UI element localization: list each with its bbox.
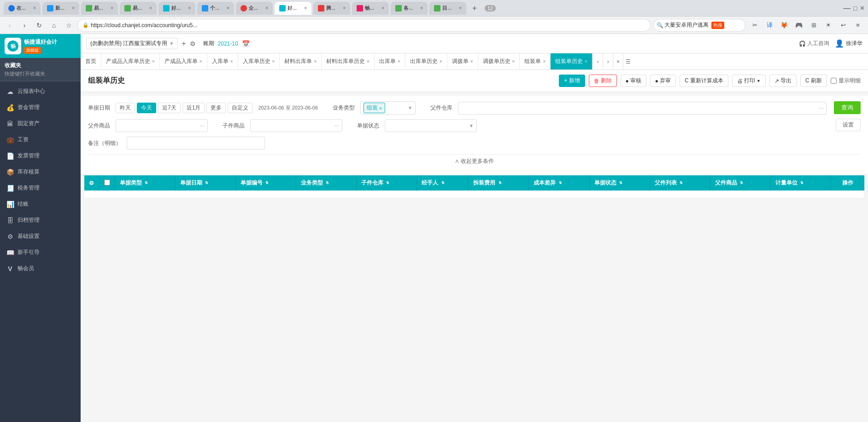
select-all-checkbox[interactable] (104, 179, 110, 185)
favorites-subtitle[interactable]: 快捷键打开收藏夹 (5, 70, 76, 77)
back-button[interactable]: ‹ (4, 19, 16, 31)
calendar-icon[interactable]: 📅 (242, 40, 250, 47)
refresh-browser-button[interactable]: ↻ (33, 19, 45, 31)
help-button[interactable]: 🎧 人工咨询 (799, 40, 829, 47)
browser-tab-4[interactable]: 好... × (158, 2, 195, 15)
parent-goods-input[interactable]: ··· (116, 119, 208, 132)
browser-tab-7[interactable]: 好... × (275, 2, 311, 15)
page-tab-transfer-history[interactable]: 调拨单历史 × (478, 53, 520, 70)
child-goods-input[interactable]: ··· (250, 119, 342, 132)
sidebar-item-invoice[interactable]: 📄 发票管理 (0, 148, 81, 164)
show-detail-label[interactable]: 显示明细 (831, 77, 861, 85)
tab-close-in-history[interactable]: × (272, 59, 275, 64)
browser-tab-11[interactable]: 目... × (429, 2, 466, 15)
show-detail-checkbox[interactable] (831, 78, 837, 84)
tab-close-2[interactable]: × (111, 6, 113, 11)
parent-warehouse-dots[interactable]: ··· (819, 105, 823, 111)
sort-child-warehouse-icon[interactable]: ⇅ (386, 181, 389, 185)
today-btn[interactable]: 今天 (137, 103, 156, 113)
game-icon[interactable]: 🎮 (792, 19, 805, 32)
tab-close-3[interactable]: × (149, 6, 152, 11)
menu-icon[interactable]: ≡ (851, 19, 864, 32)
browser-tab-label-0[interactable]: 在... (17, 5, 26, 12)
sidebar-item-member[interactable]: V 畅会员 (0, 260, 81, 277)
month-btn[interactable]: 近1月 (182, 103, 205, 113)
page-tab-transfer[interactable]: 调拨单 × (447, 53, 478, 70)
table-header-setting[interactable]: ⚙ (84, 175, 99, 191)
page-tab-in-order[interactable]: 入库单 × (207, 53, 238, 70)
refresh-button[interactable]: C 刷新 (800, 75, 827, 87)
tab-close-material-out-history[interactable]: × (367, 59, 369, 64)
page-tab-finished-in[interactable]: 产成品入库单 × (160, 53, 207, 70)
tab-close-9[interactable]: × (381, 6, 384, 11)
sort-unit-icon[interactable]: ⇅ (800, 181, 803, 185)
browser-tab-6[interactable]: 企... × (236, 2, 273, 15)
forward-button[interactable]: › (18, 19, 30, 31)
column-settings-icon[interactable]: ⚙ (89, 180, 94, 186)
page-tab-assembly-history[interactable]: 组装单历史 × (551, 53, 592, 70)
audit-button[interactable]: ● 审核 (621, 75, 646, 87)
new-tab-button[interactable]: + (468, 2, 481, 15)
tab-close-6[interactable]: × (265, 6, 268, 11)
page-tab-finished-in-history[interactable]: 产成品入库单历史 × (101, 53, 160, 70)
tab-close-out[interactable]: × (398, 59, 400, 64)
sort-parent-goods-icon[interactable]: ⇅ (740, 181, 743, 185)
sort-date-icon[interactable]: ⇅ (205, 181, 208, 185)
tabs-prev-btn[interactable]: ‹ (592, 53, 603, 70)
tab-close-assembly-history[interactable]: × (585, 59, 587, 64)
sort-cost-diff-icon[interactable]: ⇅ (559, 181, 562, 185)
status-select[interactable]: ▼ (385, 119, 477, 132)
recalculate-button[interactable]: C 重新计算成本 (680, 75, 728, 87)
plus-icon[interactable]: + (182, 40, 186, 48)
sidebar-item-archive[interactable]: 🗄 归档管理 (0, 212, 81, 228)
window-close-btn[interactable]: × (860, 4, 864, 12)
tabs-menu-btn[interactable]: ☰ (623, 53, 633, 70)
page-tab-in-history[interactable]: 入库单历史 × (238, 53, 280, 70)
delete-button[interactable]: 🗑 删除 (589, 75, 617, 87)
sidebar-item-cloud-reports[interactable]: ☁ 云报表中心 (0, 83, 81, 99)
page-tab-out-history[interactable]: 出库单历史 × (405, 53, 447, 70)
tab-close-1[interactable]: × (72, 6, 75, 11)
tab-close-finished-in-history[interactable]: × (152, 59, 155, 64)
child-goods-dots[interactable]: ··· (334, 122, 339, 129)
tab-close-transfer-history[interactable]: × (512, 59, 515, 64)
brightness-icon[interactable]: ☀ (822, 19, 835, 32)
sidebar-item-inventory[interactable]: 📦 库存核算 (0, 164, 81, 180)
grid-icon[interactable]: ⊞ (807, 19, 820, 32)
home-button[interactable]: ⌂ (48, 19, 60, 31)
tab-close-out-history[interactable]: × (440, 59, 442, 64)
collapse-button[interactable]: ∧ 收起更多条件 (88, 154, 861, 168)
new-button[interactable]: + 新增 (559, 75, 585, 87)
undo-icon[interactable]: ↩ (837, 19, 850, 32)
sort-fee-icon[interactable]: ⇅ (499, 181, 502, 185)
user-info[interactable]: 👤 徐泽华 (835, 39, 862, 48)
translate-icon[interactable]: 译 (763, 19, 776, 32)
sidebar-item-settings[interactable]: ⚙ 基础设置 (0, 228, 81, 244)
tabs-close-btn[interactable]: × (613, 53, 623, 70)
tab-close-10[interactable]: × (420, 6, 423, 11)
page-tab-material-out-history[interactable]: 材料出库单历史 × (322, 53, 375, 70)
custom-date-btn[interactable]: 自定义 (228, 103, 252, 113)
sidebar-item-fund[interactable]: 💰 资金管理 (0, 99, 81, 116)
sort-parent-list-icon[interactable]: ⇅ (680, 181, 683, 185)
business-type-dropdown-icon[interactable]: ▼ (408, 105, 412, 110)
gear-icon[interactable]: ⚙ (190, 40, 196, 47)
page-tab-assembly[interactable]: 组装单 × (520, 53, 551, 70)
yesterday-btn[interactable]: 昨天 (116, 103, 135, 113)
emoji-icon[interactable]: 🦊 (778, 19, 791, 32)
sidebar-item-tax[interactable]: 🧾 税务管理 (0, 180, 81, 196)
tab-close-5[interactable]: × (227, 6, 229, 11)
print-button[interactable]: 🖨 打印 ▼ (732, 75, 766, 87)
browser-tab-9[interactable]: 畅... × (352, 2, 389, 15)
scissors-icon[interactable]: ✂ (748, 19, 761, 32)
sidebar-item-guide[interactable]: 📖 新手引导 (0, 244, 81, 260)
tab-close-0[interactable]: × (33, 6, 36, 11)
tab-close-11[interactable]: × (459, 6, 462, 11)
browser-tab-1[interactable]: 新... × (42, 2, 79, 15)
sort-status-icon[interactable]: ⇅ (619, 181, 622, 185)
parent-goods-dots[interactable]: ··· (200, 122, 205, 129)
abandon-button[interactable]: ● 弃审 (650, 75, 676, 87)
tab-close-assembly[interactable]: × (543, 59, 545, 64)
tab-close-8[interactable]: × (343, 6, 346, 11)
sort-biz-type-icon[interactable]: ⇅ (326, 181, 329, 185)
